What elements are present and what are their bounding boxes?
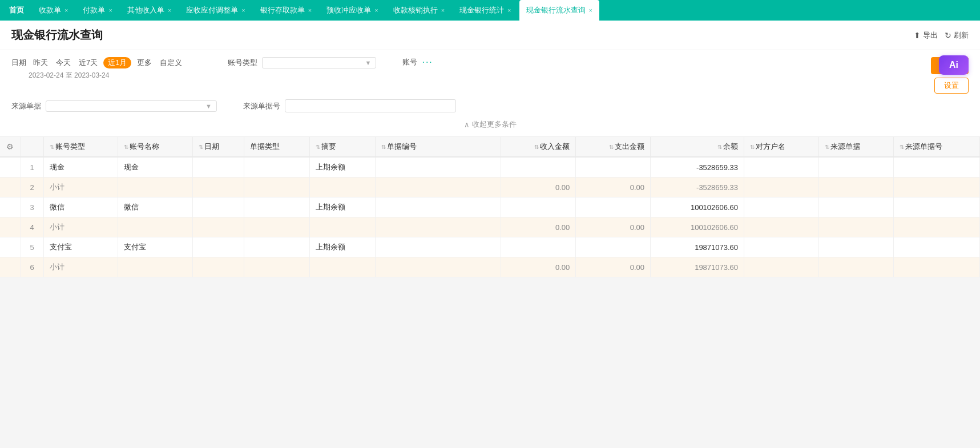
nav-tab-yingshou[interactable]: 应收应付调整单 × (179, 0, 252, 21)
sort-src-doc-icon: ⇅ (825, 144, 829, 150)
row-date (193, 197, 244, 217)
row-account-name: 支付宝 (118, 237, 193, 257)
sort-counterparty-icon: ⇅ (750, 144, 755, 150)
row-number: 4 (21, 217, 43, 237)
date-shortcuts: 昨天 今天 近7天 近1月 更多 自定义 (31, 57, 184, 68)
col-src-doc-no[interactable]: ⇅来源单据号 (893, 137, 979, 157)
nav-tab-fukuan-label: 付款单 (83, 5, 105, 15)
row-account-name: 现金 (118, 157, 193, 177)
header-actions: ⬆ 导出 ↻ 刷新 (914, 30, 969, 41)
table-row[interactable]: 5支付宝支付宝上期余额19871073.60 (0, 237, 980, 257)
source-doc-select[interactable]: ▼ (46, 100, 217, 112)
row-doc-no (375, 257, 501, 277)
nav-tab-qita-close[interactable]: × (168, 7, 171, 14)
nav-tab-yushou-close[interactable]: × (374, 7, 378, 14)
collapse-button[interactable]: ∧ 收起更多条件 (11, 117, 969, 130)
nav-tab-yingshou-close[interactable]: × (241, 7, 245, 14)
source-doc-num-input[interactable] (285, 99, 456, 112)
row-summary: 上期余额 (309, 237, 375, 257)
date-yesterday[interactable]: 昨天 (31, 57, 50, 68)
nav-tab-fukuan-close[interactable]: × (108, 7, 112, 14)
row-src-doc-no (893, 257, 979, 277)
date-1month[interactable]: 近1月 (103, 57, 131, 68)
refresh-button[interactable]: ↻ 刷新 (945, 30, 969, 41)
date-custom[interactable]: 自定义 (158, 57, 184, 68)
collapse-label: 收起更多条件 (472, 119, 517, 130)
date-filter-label: 日期 (11, 58, 26, 68)
account-dots-button[interactable]: ··· (422, 57, 433, 67)
row-expense: 0.00 (576, 217, 651, 237)
col-account-name[interactable]: ⇅账号名称 (118, 137, 193, 157)
row-expense (576, 197, 651, 217)
col-summary[interactable]: ⇅摘要 (309, 137, 375, 157)
row-src-doc (818, 237, 893, 257)
table-row[interactable]: 1现金现金上期余额-3528659.33 (0, 157, 980, 177)
row-summary (309, 177, 375, 197)
export-button[interactable]: ⬆ 导出 (914, 30, 938, 41)
nav-tab-shouhe-close[interactable]: × (441, 7, 445, 14)
col-src-doc[interactable]: ⇅来源单据 (818, 137, 893, 157)
col-counterparty[interactable]: ⇅对方户名 (744, 137, 819, 157)
table-body: 1现金现金上期余额-3528659.332小计0.000.00-3528659.… (0, 157, 980, 277)
row-gear-cell (0, 237, 21, 257)
settings-button[interactable]: 设置 (934, 78, 969, 94)
date-today[interactable]: 今天 (54, 57, 73, 68)
page-title: 现金银行流水查询 (11, 27, 103, 43)
row-counterparty (744, 237, 819, 257)
nav-tab-xianjin-query[interactable]: 现金银行流水查询 × (519, 0, 599, 21)
row-gear-cell (0, 257, 21, 277)
row-src-doc-no (893, 157, 979, 177)
row-expense: 0.00 (576, 257, 651, 277)
table-row[interactable]: 6小计0.000.0019871073.60 (0, 257, 980, 277)
date-more[interactable]: 更多 (135, 57, 154, 68)
nav-tab-yinhang[interactable]: 银行存取款单 × (253, 0, 318, 21)
gear-icon[interactable]: ⚙ (6, 142, 14, 151)
row-account-name (118, 217, 193, 237)
nav-tab-shoukuan[interactable]: 收款单 × (32, 0, 75, 21)
row-date (193, 237, 244, 257)
table-row[interactable]: 4小计0.000.00100102606.60 (0, 217, 980, 237)
col-account-type[interactable]: ⇅账号类型 (43, 137, 118, 157)
col-balance[interactable]: ⇅余额 (650, 137, 744, 157)
nav-tab-shoukuan-close[interactable]: × (64, 7, 68, 14)
row-src-doc (818, 217, 893, 237)
nav-tab-shouhe[interactable]: 收款核销执行 × (386, 0, 451, 21)
row-account-name: 微信 (118, 197, 193, 217)
nav-tab-xianjin-stat[interactable]: 现金银行统计 × (453, 0, 518, 21)
row-account-type: 小计 (43, 177, 118, 197)
nav-tab-qita[interactable]: 其他收入单 × (120, 0, 178, 21)
nav-tab-home[interactable]: 首页 (2, 0, 31, 21)
ai-button[interactable]: Ai (939, 55, 969, 75)
account-label: 账号 (402, 57, 417, 67)
row-summary (309, 217, 375, 237)
col-expense[interactable]: ⇅支出金额 (576, 137, 651, 157)
col-doc-no[interactable]: ⇅单据编号 (375, 137, 501, 157)
row-gear-cell (0, 217, 21, 237)
col-doc-type: 单据类型 (244, 137, 309, 157)
nav-tab-yingshou-label: 应收应付调整单 (186, 5, 238, 15)
account-type-select[interactable]: ▼ (262, 57, 376, 68)
nav-tab-fukuan[interactable]: 付款单 × (76, 0, 119, 21)
table-row[interactable]: 2小计0.000.00-3528659.33 (0, 177, 980, 197)
row-src-doc (818, 257, 893, 277)
nav-tab-yushou[interactable]: 预收冲应收单 × (320, 0, 385, 21)
date-7days[interactable]: 近7天 (76, 57, 100, 68)
source-doc-num-label: 来源单据号 (243, 101, 280, 111)
col-date[interactable]: ⇅日期 (193, 137, 244, 157)
nav-tab-shouhe-label: 收款核销执行 (393, 5, 438, 15)
col-income[interactable]: ⇅收入金额 (501, 137, 576, 157)
nav-tab-shoukuan-label: 收款单 (39, 5, 61, 15)
nav-tab-yinhang-close[interactable]: × (308, 7, 312, 14)
col-gear[interactable]: ⚙ (0, 137, 21, 157)
row-doc-type (244, 157, 309, 177)
account-type-label: 账号类型 (228, 58, 257, 68)
row-doc-no (375, 157, 501, 177)
refresh-label: 刷新 (954, 30, 969, 41)
row-src-doc-no (893, 177, 979, 197)
row-doc-no (375, 177, 501, 197)
table-row[interactable]: 3微信微信上期余额100102606.60 (0, 197, 980, 217)
row-summary: 上期余额 (309, 157, 375, 177)
nav-tab-xianjin-query-close[interactable]: × (589, 7, 592, 14)
date-range-display: 2023-02-24 至 2023-03-24 (29, 71, 109, 80)
nav-tab-xianjin-stat-close[interactable]: × (507, 7, 511, 14)
